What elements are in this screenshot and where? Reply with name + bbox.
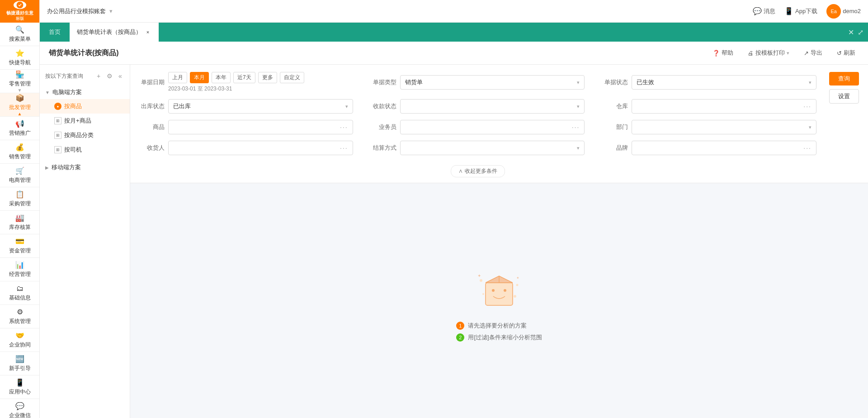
sidebar-appcenter-label: 应用中心 [9,388,31,396]
date-btn-7days[interactable]: 近7天 [233,72,255,83]
scheme-item-by-month-goods[interactable]: ⊞ 按月+商品 [40,114,130,128]
filter-cell-payment: 收款状态 ▾ [371,99,585,114]
filter-cell-doc-type: 单据类型 销货单 ▾ [371,75,585,90]
sidebar-item-wechat[interactable]: 💬 企业微信 [0,399,39,418]
message-label: 消息 [764,7,775,15]
receiver-dots-icon: ··· [340,144,348,152]
sidebar-item-quicknav[interactable]: ⭐ 快捷导航 [0,46,39,70]
sidebar-item-marketing[interactable]: 📢 营销推广 [0,117,39,140]
tab-home[interactable]: 首页 [40,23,70,42]
empty-tip-1: 1 请先选择要分析的方案 [456,322,542,330]
date-btn-this-month[interactable]: 本月 [190,72,209,83]
scheme-item-by-month-goods-label: 按月+商品 [64,117,91,125]
message-action[interactable]: 💬 消息 [753,7,775,15]
sidebar-item-finance[interactable]: 💳 资金管理 [0,234,39,258]
page-actions: ❓ 帮助 🖨 按模板打印 ▾ ↗ 导出 ↺ 刷新 [709,47,859,59]
outbound-value: 已出库 [173,102,191,110]
refresh-btn[interactable]: ↺ 刷新 [833,47,859,59]
query-btn[interactable]: 查询 [829,72,859,86]
svg-point-3 [492,289,495,292]
logo-icon [14,1,26,9]
scheme-item-by-category[interactable]: ⊞ 按商品分类 [40,128,130,142]
brand-control[interactable]: ··· [632,141,816,155]
retail-icon: 🏪 [15,70,24,79]
sidebar-retail-label: 零售管理 [9,80,31,88]
scheme-group-mobile-header[interactable]: ▶ 移动端方案 [40,161,130,174]
scheme-item-by-category-label: 按商品分类 [64,131,94,139]
tip-num-1: 1 [456,322,464,330]
tab-window-close-icon[interactable]: ✕ [848,28,854,37]
warehouse-control[interactable]: ··· [632,99,816,114]
mobile-group-label: 移动端方案 [52,163,81,171]
user-action[interactable]: Ea demo2 [826,4,861,19]
sidebar-item-search[interactable]: 🔍 搜索菜单 [0,23,39,46]
sidebar-item-wholesale[interactable]: 📦 批发管理 ▲ [0,93,39,117]
tab-sales-stat[interactable]: 销货单统计表（按商品） × [70,23,159,42]
scheme-item-by-goods[interactable]: ● 按商品 [40,99,130,114]
sidebar-item-purchase[interactable]: 📋 采购管理 [0,187,39,211]
sidebar-item-appcenter[interactable]: 📱 应用中心 [0,375,39,399]
help-btn[interactable]: ❓ 帮助 [709,47,737,59]
sidebar-item-enterprise[interactable]: 🤝 企业协同 [0,328,39,352]
filter-row-4: 收货人 ··· 结算方式 ▾ [139,141,816,155]
print-btn[interactable]: 🖨 按模板打印 ▾ [744,47,793,59]
sidebar-wechat-label: 企业微信 [9,412,31,418]
filter-main: 单据日期 上月 本月 本年 近7天 更多 自定义 [130,65,826,183]
filter-cell-date: 单据日期 上月 本月 本年 近7天 更多 自定义 [139,72,353,93]
filter-cell-department: 部门 ▾ [603,120,816,134]
sidebar-quicknav-label: 快捷导航 [9,59,31,66]
goods-control[interactable]: ··· [168,120,353,134]
sidebar-item-basic[interactable]: 🗂 基础信息 [0,281,39,305]
department-control[interactable]: ▾ [632,120,816,134]
scheme-collapse-icon[interactable]: « [116,72,124,80]
sidebar-item-system[interactable]: ⚙ 系统管理 [0,305,39,328]
receiver-control[interactable]: ··· [168,141,353,155]
scheme-add-icon[interactable]: + [94,72,103,80]
outbound-control[interactable]: 已出库 ▾ [168,99,353,114]
sidebar-operations-label: 经营管理 [9,271,31,278]
staff-control[interactable]: ··· [400,120,585,134]
date-btn-custom[interactable]: 自定义 [280,72,304,83]
tab-close-icon[interactable]: × [144,28,151,36]
scheme-group-mobile: ▶ 移动端方案 [40,159,130,176]
date-btn-this-year[interactable]: 本年 [212,72,231,83]
svg-rect-1 [486,283,513,305]
topbar-dropdown-icon[interactable]: ▾ [109,8,113,14]
scheme-group-pc-header[interactable]: ▼ 电脑端方案 [40,86,130,99]
scheme-item-icon-monthgoods: ⊞ [54,117,61,124]
app-download-action[interactable]: 📱 App下载 [784,7,817,15]
tip-text-2: 用[过滤]条件来缩小分析范围 [468,333,542,342]
logo-subtitle: 标版 [16,16,24,22]
doc-type-control[interactable]: 销货单 ▾ [400,75,585,90]
sidebar-marketing-label: 营销推广 [9,129,31,137]
svg-text:✦: ✦ [477,273,481,278]
sidebar-wholesale-label: 批发管理 [9,104,31,111]
outbound-label: 出库状态 [139,102,165,110]
sidebar-item-ecommerce[interactable]: 🛒 电商管理 [0,164,39,187]
empty-tips: 1 请先选择要分析的方案 2 用[过滤]条件来缩小分析范围 [456,322,542,342]
sidebar-item-operations[interactable]: 📊 经营管理 [0,258,39,281]
doc-status-arrow-icon: ▾ [809,80,811,86]
sidebar-item-sales[interactable]: 💰 销售管理 [0,140,39,164]
collapse-btn[interactable]: ∧ 收起更多条件 [451,165,505,177]
department-label: 部门 [603,123,628,131]
page-header: 销货单统计表(按商品) ❓ 帮助 🖨 按模板打印 ▾ ↗ 导出 ↺ 刷新 [40,42,868,65]
settings-btn[interactable]: 设置 [829,89,859,104]
date-quick-btns: 上月 本月 本年 近7天 更多 自定义 [168,72,353,83]
scheme-item-icon-driver: ⊞ [54,146,61,153]
filter-cell-receiver: 收货人 ··· [139,141,353,155]
warehouse-label: 仓库 [603,102,628,110]
scheme-item-by-driver[interactable]: ⊞ 按司机 [40,142,130,157]
sidebar-item-inventory[interactable]: 🏭 库存核算 [0,211,39,234]
tab-maximize-icon[interactable]: ⤢ [858,28,863,37]
export-btn[interactable]: ↗ 导出 [800,47,826,59]
topbar-right: 💬 消息 📱 App下载 Ea demo2 [753,4,861,19]
doc-status-control[interactable]: 已生效 ▾ [632,75,816,90]
settlement-control[interactable]: ▾ [400,141,585,155]
scheme-settings-icon[interactable]: ⚙ [105,72,113,80]
date-btn-more[interactable]: 更多 [258,72,277,83]
payment-control[interactable]: ▾ [400,99,585,114]
sidebar-item-guide[interactable]: 🆕 新手引导 [0,352,39,375]
sidebar-item-retail[interactable]: 🏪 零售管理 ▼ [0,70,39,93]
date-btn-last-month[interactable]: 上月 [168,72,187,83]
